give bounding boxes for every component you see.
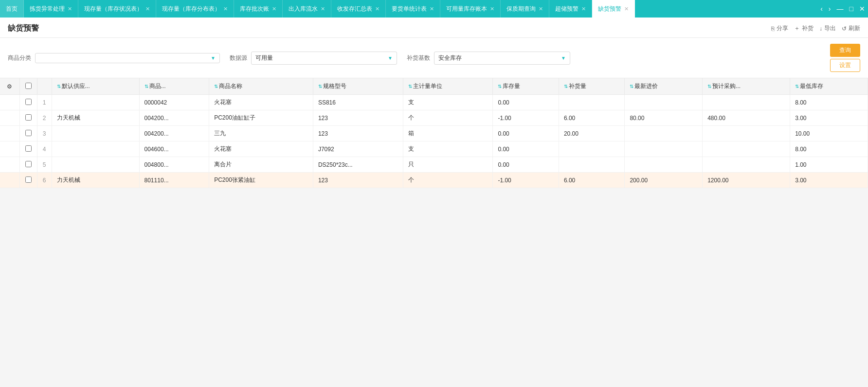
- col-product-name[interactable]: ⇅商品名称: [209, 78, 313, 95]
- tab-close-stock-status[interactable]: ✕: [145, 6, 150, 12]
- share-btn[interactable]: ⎘ 分享: [771, 24, 788, 33]
- tab-batch[interactable]: 库存批次账✕: [234, 0, 283, 18]
- refresh-btn[interactable]: ↺ 刷新: [842, 24, 860, 33]
- row-min-stock: 3.00: [790, 110, 868, 126]
- col-default-supplier[interactable]: ⇅默认供应...: [52, 78, 139, 95]
- row-checkbox[interactable]: [25, 130, 32, 136]
- tab-close-inout[interactable]: ✕: [321, 6, 325, 12]
- category-chevron-icon: ▼: [211, 55, 216, 61]
- tab-bar: 首页拣货异常处理✕现存量（库存状况表）✕现存量（库存分布表）✕库存批次账✕出入库…: [0, 0, 868, 18]
- minimize-btn[interactable]: —: [834, 0, 847, 18]
- row-stock-qty: 0.00: [493, 157, 559, 173]
- tab-close-order-stat[interactable]: ✕: [430, 6, 434, 12]
- table-row: 5 004800... 离合片 DS250*23c... 只 0.00 1.00: [0, 157, 868, 173]
- row-checkbox[interactable]: [25, 161, 32, 167]
- col-checkbox: [19, 78, 37, 95]
- replenish-btn[interactable]: ＋ 补货: [794, 24, 814, 33]
- tab-home[interactable]: 首页: [0, 0, 24, 18]
- row-replenish-qty: 6.00: [559, 110, 624, 126]
- col-est-purchase[interactable]: ⇅预计采购...: [703, 78, 790, 95]
- row-gear-cell: [0, 95, 19, 110]
- col-spec[interactable]: ⇅规格型号: [313, 78, 403, 95]
- tab-nav-buttons: ‹ › — □ ✕: [817, 0, 868, 18]
- col-product-code[interactable]: ⇅商品...: [139, 78, 209, 95]
- row-unit: 个: [403, 110, 493, 126]
- tab-close-stock-dist[interactable]: ✕: [223, 6, 228, 12]
- tab-close-shortage[interactable]: ✕: [624, 6, 629, 12]
- supplier-sort-icon: ⇅: [57, 84, 61, 89]
- row-gear-cell: [0, 126, 19, 141]
- row-checkbox[interactable]: [25, 99, 32, 105]
- row-gear-cell: [0, 110, 19, 126]
- min-sort-icon: ⇅: [795, 84, 799, 89]
- export-btn[interactable]: ↓ 导出: [819, 24, 836, 33]
- select-all-checkbox[interactable]: [25, 83, 32, 89]
- tab-collection[interactable]: 收发存汇总表✕: [331, 0, 386, 18]
- col-replenish-qty[interactable]: ⇅补货量: [559, 78, 624, 95]
- tab-close-expiry[interactable]: ✕: [539, 6, 543, 12]
- category-select[interactable]: ▼: [35, 53, 220, 63]
- row-unit: 支: [403, 141, 493, 157]
- row-num: 6: [37, 173, 52, 188]
- row-gear-cell: [0, 141, 19, 157]
- tab-inout[interactable]: 出入库流水✕: [283, 0, 331, 18]
- tab-stock-dist[interactable]: 现存量（库存分布表）✕: [156, 0, 234, 18]
- row-latest-price: 80.00: [625, 110, 703, 126]
- row-min-stock: 1.00: [790, 157, 868, 173]
- row-product-name: 火花塞: [209, 141, 313, 157]
- row-stock-qty: -1.00: [493, 173, 559, 188]
- datasource-label: 数据源: [230, 54, 247, 62]
- tab-expiry[interactable]: 保质期查询✕: [501, 0, 549, 18]
- tab-close-collection[interactable]: ✕: [375, 6, 380, 12]
- table-row: 2 力天机械 004200... PC200油缸缸子 123 个 -1.00 6…: [0, 110, 868, 126]
- query-button[interactable]: 查询: [830, 44, 860, 57]
- refresh-label: 刷新: [849, 24, 860, 33]
- row-spec: J7092: [313, 141, 403, 157]
- row-checkbox[interactable]: [25, 114, 32, 121]
- row-latest-price: [625, 141, 703, 157]
- row-num: 1: [37, 95, 52, 110]
- row-product-code: 801110...: [139, 173, 209, 188]
- tab-shortage[interactable]: 缺货预警✕: [592, 0, 635, 18]
- tab-order-stat[interactable]: 要货单统计表✕: [386, 0, 440, 18]
- col-stock-qty[interactable]: ⇅库存量: [493, 78, 559, 95]
- row-latest-price: 200.00: [625, 173, 703, 188]
- next-tab-btn[interactable]: ›: [826, 0, 834, 18]
- tab-close-batch[interactable]: ✕: [272, 6, 276, 12]
- col-latest-price[interactable]: ⇅最新进价: [625, 78, 703, 95]
- tab-stock-status[interactable]: 现存量（库存状况表）✕: [78, 0, 156, 18]
- close-window-btn[interactable]: ✕: [856, 0, 868, 18]
- row-supplier: [52, 95, 139, 110]
- row-stock-qty: -1.00: [493, 110, 559, 126]
- code-sort-icon: ⇅: [145, 84, 148, 89]
- maximize-btn[interactable]: □: [847, 0, 856, 18]
- category-filter-group: 商品分类 ▼: [8, 53, 220, 63]
- tab-close-anomaly[interactable]: ✕: [68, 6, 72, 12]
- gear-header-icon: ⚙: [7, 83, 12, 90]
- tab-available[interactable]: 可用量库存账本✕: [440, 0, 501, 18]
- tab-close-available[interactable]: ✕: [490, 6, 494, 12]
- tab-close-overstock[interactable]: ✕: [581, 6, 586, 12]
- name-sort-icon: ⇅: [214, 84, 218, 89]
- replenish-base-select[interactable]: 安全库存 ▼: [434, 52, 570, 65]
- row-product-name: 离合片: [209, 157, 313, 173]
- row-est-purchase: [703, 126, 790, 141]
- tab-items-container: 首页拣货异常处理✕现存量（库存状况表）✕现存量（库存分布表）✕库存批次账✕出入库…: [0, 0, 635, 18]
- unit-sort-icon: ⇅: [408, 84, 412, 89]
- prev-tab-btn[interactable]: ‹: [817, 0, 826, 18]
- spec-sort-icon: ⇅: [318, 84, 322, 89]
- row-checkbox[interactable]: [25, 176, 32, 183]
- row-replenish-qty: [559, 157, 624, 173]
- est-sort-icon: ⇅: [707, 84, 711, 89]
- col-min-stock[interactable]: ⇅最低库存: [790, 78, 868, 95]
- price-sort-icon: ⇅: [630, 84, 633, 89]
- row-checkbox[interactable]: [25, 145, 32, 152]
- tab-overstock[interactable]: 超储预警✕: [549, 0, 592, 18]
- row-stock-qty: 0.00: [493, 126, 559, 141]
- col-gear[interactable]: ⚙: [0, 78, 19, 95]
- row-replenish-qty: [559, 95, 624, 110]
- datasource-select[interactable]: 可用量 ▼: [251, 52, 397, 65]
- tab-anomaly[interactable]: 拣货异常处理✕: [24, 0, 78, 18]
- settings-button[interactable]: 设置: [830, 59, 860, 72]
- col-unit[interactable]: ⇅主计量单位: [403, 78, 493, 95]
